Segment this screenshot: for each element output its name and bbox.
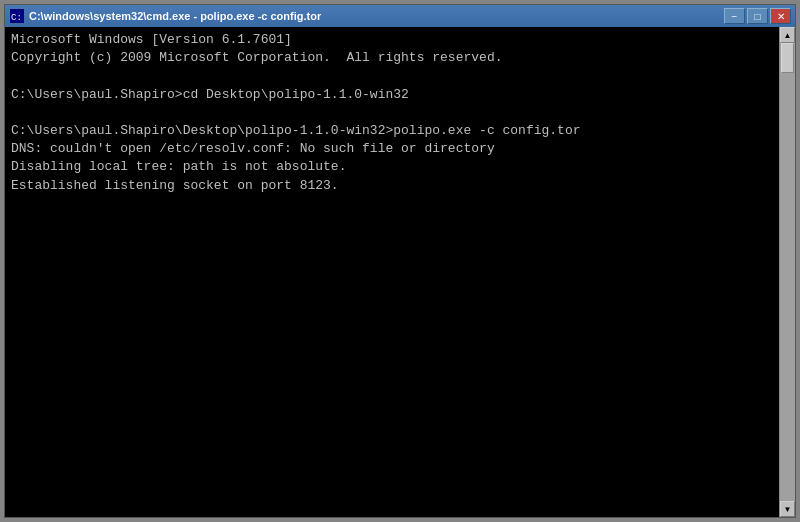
scrollbar[interactable]: ▲ ▼ <box>779 27 795 517</box>
terminal-output[interactable]: Microsoft Windows [Version 6.1.7601] Cop… <box>5 27 779 517</box>
scrollbar-up-button[interactable]: ▲ <box>780 27 795 43</box>
title-bar-text: C:\windows\system32\cmd.exe - polipo.exe… <box>29 10 724 22</box>
maximize-button[interactable]: □ <box>747 8 768 24</box>
close-button[interactable]: ✕ <box>770 8 791 24</box>
svg-text:C:: C: <box>11 13 22 23</box>
scrollbar-track <box>780 43 795 501</box>
window-body: Microsoft Windows [Version 6.1.7601] Cop… <box>5 27 795 517</box>
title-bar: C: C:\windows\system32\cmd.exe - polipo.… <box>5 5 795 27</box>
minimize-button[interactable]: − <box>724 8 745 24</box>
cmd-window: C: C:\windows\system32\cmd.exe - polipo.… <box>4 4 796 518</box>
title-bar-buttons: − □ ✕ <box>724 8 791 24</box>
cmd-icon: C: <box>9 8 25 24</box>
scrollbar-thumb[interactable] <box>781 43 794 73</box>
scrollbar-down-button[interactable]: ▼ <box>780 501 795 517</box>
